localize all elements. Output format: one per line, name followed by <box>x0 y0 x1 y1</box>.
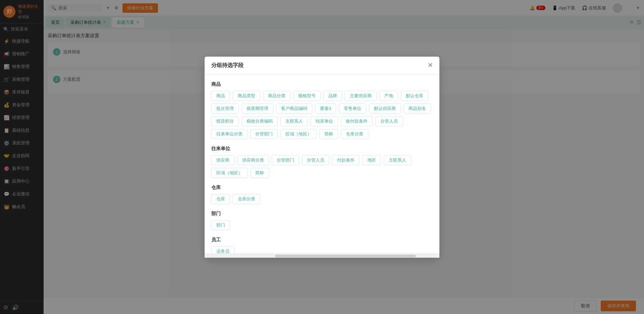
field-chip-往来单位分类[interactable]: 往来单位分类 <box>211 129 248 139</box>
field-grid-product: 商品商品类型商品分类规格型号品牌主要供应商产地默认仓库批次管理保质期管理客户商品… <box>211 91 433 139</box>
field-chip-商品类型[interactable]: 商品类型 <box>233 91 260 101</box>
field-chip-主联系人[interactable]: 主联系人 <box>384 155 411 165</box>
field-chip-商品分类[interactable]: 商品分类 <box>263 91 290 101</box>
field-chip-仓库[interactable]: 仓库 <box>211 194 230 204</box>
field-chip-简称[interactable]: 简称 <box>319 129 338 139</box>
field-chip-商品[interactable]: 商品 <box>211 91 230 101</box>
field-chip-区域（地区）[interactable]: 区域（地区） <box>280 129 317 139</box>
section-title-department: 部门 <box>211 211 433 217</box>
field-chip-零售单位[interactable]: 零售单位 <box>339 104 366 114</box>
section-title-warehouse: 仓库 <box>211 185 433 191</box>
field-chip-分管部门[interactable]: 分管部门 <box>250 129 278 139</box>
modal-body: 商品商品商品类型商品分类规格型号品牌主要供应商产地默认仓库批次管理保质期管理客户… <box>205 75 439 254</box>
field-chip-分管部门[interactable]: 分管部门 <box>272 155 299 165</box>
field-grid-department: 部门 <box>211 220 433 230</box>
section-product: 商品商品商品类型商品分类规格型号品牌主要供应商产地默认仓库批次管理保质期管理客户… <box>211 81 433 139</box>
field-chip-拣货积分[interactable]: 拣货积分 <box>211 116 239 126</box>
scrollbar-thumb-h <box>275 255 416 257</box>
field-grid-partner: 供应商供应商分类分管部门分管人员付款条件地区主联系人区域（地区）简称 <box>211 155 433 178</box>
field-chip-供应商分类[interactable]: 供应商分类 <box>237 155 269 165</box>
section-department: 部门部门 <box>211 211 433 230</box>
section-warehouse: 仓库仓库仓库分类 <box>211 185 433 204</box>
modal-title: 分组待选字段 <box>211 62 244 69</box>
field-chip-业务员[interactable]: 业务员 <box>211 246 234 254</box>
section-title-partner: 往来单位 <box>211 146 433 152</box>
field-chip-简称[interactable]: 简称 <box>250 168 269 178</box>
section-partner: 往来单位供应商供应商分类分管部门分管人员付款条件地区主联系人区域（地区）简称 <box>211 146 433 178</box>
modal-close-btn[interactable]: ✕ <box>428 62 433 68</box>
section-title-product: 商品 <box>211 81 433 87</box>
field-chip-仓库分类[interactable]: 仓库分类 <box>233 194 260 204</box>
field-chip-主联系人[interactable]: 主联系人 <box>280 116 308 126</box>
section-title-employee: 员工 <box>211 237 433 243</box>
field-chip-主要供应商[interactable]: 主要供应商 <box>345 91 377 101</box>
field-chip-保质期管理[interactable]: 保质期管理 <box>241 104 273 114</box>
field-chip-供应商[interactable]: 供应商 <box>211 155 234 165</box>
field-chip-重量3[interactable]: 重量3 <box>315 104 336 114</box>
field-chip-区域（地区）[interactable]: 区域（地区） <box>211 168 248 178</box>
field-chip-默认供应商[interactable]: 默认供应商 <box>369 104 401 114</box>
field-chip-客户商品编码[interactable]: 客户商品编码 <box>276 104 312 114</box>
modal: 分组待选字段 ✕ 商品商品商品类型商品分类规格型号品牌主要供应商产地默认仓库批次… <box>205 57 439 258</box>
field-chip-付款条件[interactable]: 付款条件 <box>332 155 360 165</box>
field-chip-地区[interactable]: 地区 <box>362 155 381 165</box>
modal-header: 分组待选字段 ✕ <box>205 57 439 75</box>
field-chip-产地[interactable]: 产地 <box>379 91 398 101</box>
field-chip-默认仓库[interactable]: 默认仓库 <box>401 91 428 101</box>
field-chip-分管人员[interactable]: 分管人员 <box>302 155 329 165</box>
field-chip-仓库分类[interactable]: 仓库分类 <box>341 129 368 139</box>
field-chip-收付款条件[interactable]: 收付款条件 <box>341 116 373 126</box>
field-chip-分管人员[interactable]: 分管人员 <box>375 116 403 126</box>
field-chip-批次管理[interactable]: 批次管理 <box>211 104 239 114</box>
field-chip-品牌[interactable]: 品牌 <box>323 91 342 101</box>
field-chip-部门[interactable]: 部门 <box>211 220 230 230</box>
field-chip-商品别名[interactable]: 商品别名 <box>404 104 431 114</box>
section-employee: 员工业务员 <box>211 237 433 254</box>
modal-scrollbar-h[interactable] <box>205 254 439 258</box>
field-chip-税收分类编码[interactable]: 税收分类编码 <box>241 116 278 126</box>
field-grid-warehouse: 仓库仓库分类 <box>211 194 433 204</box>
field-chip-规格型号[interactable]: 规格型号 <box>293 91 321 101</box>
field-grid-employee: 业务员 <box>211 246 433 254</box>
field-chip-结算单位[interactable]: 结算单位 <box>311 116 338 126</box>
